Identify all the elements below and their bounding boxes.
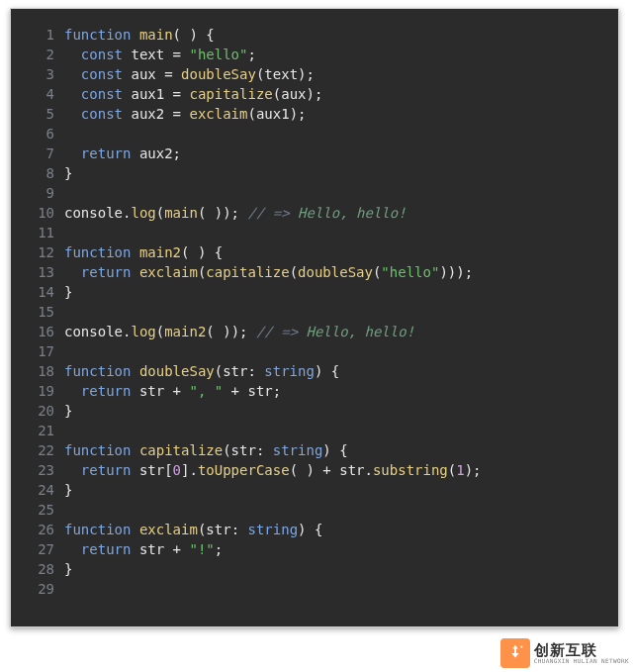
watermark-cn: 创新互联	[534, 643, 629, 658]
token-punc: }	[64, 165, 72, 181]
token-punc: }	[64, 403, 72, 419]
line-number: 22	[11, 440, 64, 460]
token-kw: const	[81, 86, 123, 102]
code-content: return str + ", " + str;	[64, 381, 618, 401]
token-punc: (	[215, 363, 223, 379]
code-content	[64, 183, 618, 203]
code-line: 13 return exclaim(capitalize(doubleSay("…	[11, 262, 618, 282]
code-content: return exclaim(capitalize(doubleSay("hel…	[64, 262, 618, 282]
token-punc: ( ));	[206, 324, 256, 339]
line-number: 7	[11, 144, 64, 163]
token-kw: return	[81, 462, 132, 478]
token-fn: capitalize	[206, 264, 289, 280]
code-line: 18function doubleSay(str: string) {	[11, 361, 618, 381]
line-number: 12	[11, 242, 64, 262]
token-punc: ;	[247, 47, 255, 62]
code-line: 3 const aux = doubleSay(text);	[11, 64, 618, 84]
token-kw: return	[81, 541, 132, 557]
code-content: const text = "hello";	[64, 45, 618, 64]
code-editor-frame: 1function main( ) {2 const text = "hello…	[10, 8, 619, 627]
code-line: 2 const text = "hello";	[11, 45, 618, 64]
code-content: function main2( ) {	[64, 242, 618, 262]
token-fn: main2	[164, 324, 206, 339]
code-content: console.log(main( )); // => Hello, hello…	[64, 203, 618, 223]
token-kw: function	[64, 442, 131, 458]
code-line: 12function main2( ) {	[11, 242, 618, 262]
code-line: 29	[11, 579, 618, 599]
line-number: 6	[11, 124, 64, 144]
code-content: const aux1 = capitalize(aux);	[64, 84, 618, 104]
token-punc	[131, 244, 138, 260]
code-line: 23 return str[0].toUpperCase( ) + str.su…	[11, 460, 618, 480]
line-number: 19	[11, 381, 64, 401]
line-number: 24	[11, 480, 64, 500]
token-punc: (	[156, 205, 164, 221]
token-id: console	[64, 205, 123, 221]
token-fn: capitalize	[189, 86, 272, 102]
line-number: 23	[11, 460, 64, 480]
token-str: "hello"	[381, 264, 439, 280]
token-punc: .	[365, 462, 373, 478]
token-id: aux2	[139, 145, 173, 161]
line-number: 16	[11, 322, 64, 341]
token-id: str	[139, 541, 164, 557]
token-punc: ( ) +	[290, 462, 340, 478]
token-punc: ( ));	[198, 205, 248, 221]
token-punc	[64, 145, 81, 161]
token-id: aux1	[256, 106, 290, 122]
svg-point-0	[520, 645, 522, 647]
line-number: 1	[11, 25, 64, 45]
token-num: 0	[173, 462, 181, 478]
token-id: console	[64, 324, 123, 339]
token-fn: main	[164, 205, 198, 221]
line-number: 29	[11, 579, 64, 599]
token-punc	[131, 27, 138, 43]
token-punc: +	[164, 541, 189, 557]
code-line: 9	[11, 183, 618, 203]
token-punc	[64, 86, 81, 102]
code-line: 22function capitalize(str: string) {	[11, 440, 618, 460]
code-line: 16console.log(main2( )); // => Hello, he…	[11, 322, 618, 341]
token-cmt: // =>	[247, 205, 298, 221]
token-num: 1	[456, 462, 464, 478]
line-number: 28	[11, 559, 64, 579]
token-punc	[64, 106, 81, 122]
token-kw: function	[64, 27, 131, 43]
line-number: 18	[11, 361, 64, 381]
token-punc	[64, 47, 81, 62]
token-id: str	[139, 383, 164, 399]
code-content: }	[64, 163, 618, 183]
token-punc: :	[231, 522, 248, 537]
line-number: 4	[11, 84, 64, 104]
token-fn: capitalize	[139, 442, 223, 458]
token-type: string	[273, 442, 323, 458]
code-line: 11	[11, 223, 618, 242]
code-content: function exclaim(str: string) {	[64, 520, 618, 539]
token-fn: substring	[373, 462, 448, 478]
code-line: 19 return str + ", " + str;	[11, 381, 618, 401]
token-str: "!"	[189, 541, 214, 557]
token-punc: (	[273, 86, 281, 102]
token-fn: exclaim	[189, 106, 247, 122]
token-id: str	[247, 383, 272, 399]
token-punc: =	[164, 106, 189, 122]
token-id: str	[231, 442, 256, 458]
token-fn: main2	[139, 244, 181, 260]
code-content	[64, 124, 618, 144]
token-id: aux	[131, 66, 155, 82]
code-content: const aux = doubleSay(text);	[64, 64, 618, 84]
code-content: console.log(main2( )); // => Hello, hell…	[64, 322, 618, 341]
token-punc	[64, 462, 81, 478]
token-id: str	[139, 462, 164, 478]
token-punc: (	[448, 462, 456, 478]
token-punc: ( ) {	[173, 27, 215, 43]
code-content: return str + "!";	[64, 539, 618, 559]
code-line: 17	[11, 341, 618, 361]
line-number: 25	[11, 500, 64, 520]
watermark-text: 创新互联 CHUANGXIN HULIAN NETWORK	[534, 643, 629, 664]
token-kw: return	[81, 145, 132, 161]
token-punc: }	[64, 482, 72, 498]
token-punc	[64, 264, 81, 280]
code-content: const aux2 = exclaim(aux1);	[64, 104, 618, 124]
code-content: }	[64, 559, 618, 579]
